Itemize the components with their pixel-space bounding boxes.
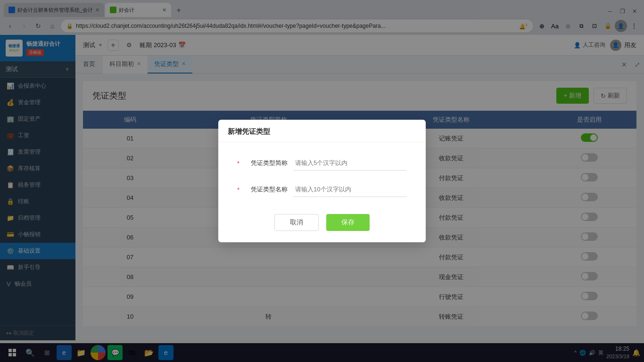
- modal-footer: 取消 保存: [218, 206, 426, 242]
- cancel-button[interactable]: 取消: [274, 214, 319, 231]
- name-input[interactable]: [293, 182, 407, 197]
- modal-overlay: 新增凭证类型 * 凭证类型简称 * 凭证类型名称 取消 保存: [0, 0, 644, 362]
- name-form-item: * 凭证类型名称: [237, 182, 407, 197]
- name-required: *: [237, 186, 239, 193]
- abbr-form-item: * 凭证类型简称: [237, 156, 407, 171]
- name-label: 凭证类型名称: [245, 185, 288, 194]
- abbr-input[interactable]: [293, 156, 407, 171]
- modal-title: 新增凭证类型: [228, 127, 270, 136]
- abbr-label: 凭证类型简称: [245, 159, 288, 167]
- save-button[interactable]: 保存: [326, 214, 370, 231]
- abbr-required: *: [237, 160, 239, 167]
- modal: 新增凭证类型 * 凭证类型简称 * 凭证类型名称 取消 保存: [218, 120, 426, 242]
- modal-body: * 凭证类型简称 * 凭证类型名称: [218, 142, 426, 206]
- modal-header: 新增凭证类型: [218, 120, 426, 142]
